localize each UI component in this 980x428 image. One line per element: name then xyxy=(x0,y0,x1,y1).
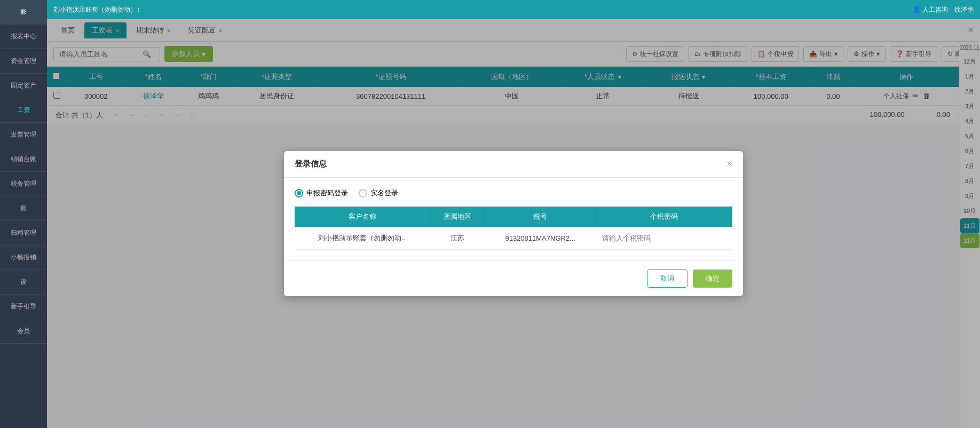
sidebar-item-账2[interactable]: 账 xyxy=(0,196,47,221)
dialog-col-client: 客户名称 xyxy=(295,207,430,227)
topbar: 刘小艳演示账套（勿删勿动）↑ 👤 人工咨询 徐泽华 xyxy=(47,0,980,19)
sidebar: 账 报表中心 资金管理 固定资产 工资 发票管理 销销台账 税务管理 账 归档管… xyxy=(0,0,47,428)
dialog-overlay: 登录信息 × 申报密码登录 实名登录 客户名称 所属 xyxy=(47,19,980,428)
login-info-dialog: 登录信息 × 申报密码登录 实名登录 客户名称 所属 xyxy=(284,151,743,296)
sidebar-item-资金管理[interactable]: 资金管理 xyxy=(0,49,47,74)
dialog-col-region: 所属地区 xyxy=(430,207,485,227)
dialog-col-tax-pwd: 个税密码 xyxy=(596,207,732,227)
dialog-footer: 取消 确定 xyxy=(284,260,743,296)
dialog-table: 客户名称 所属地区 税号 个税密码 刘小艳演示账套（勿删勿动... 江苏 913… xyxy=(295,207,732,250)
sidebar-item-工资[interactable]: 工资 xyxy=(0,98,47,123)
sidebar-item-销销台账[interactable]: 销销台账 xyxy=(0,147,47,172)
dialog-close-btn[interactable]: × xyxy=(726,158,732,170)
dialog-header: 登录信息 × xyxy=(284,151,743,178)
sidebar-item-设[interactable]: 设 xyxy=(0,270,47,295)
tax-password-input[interactable] xyxy=(602,234,726,242)
sidebar-item-小畅报销[interactable]: 小畅报销 xyxy=(0,245,47,270)
topbar-info: 刘小艳演示账套（勿删勿动）↑ xyxy=(53,5,911,14)
user-name: 徐泽华 xyxy=(954,5,974,14)
sidebar-item-税务管理[interactable]: 税务管理 xyxy=(0,172,47,196)
dialog-table-row: 刘小艳演示账套（勿删勿动... 江苏 91320811MA7NGR2... xyxy=(295,227,732,250)
sidebar-item-发票管理[interactable]: 发票管理 xyxy=(0,123,47,147)
login-type-radio-group: 申报密码登录 实名登录 xyxy=(295,188,732,198)
sidebar-item-报表中心[interactable]: 报表中心 xyxy=(0,25,47,49)
dialog-cell-client: 刘小艳演示账套（勿删勿动... xyxy=(295,227,430,250)
dialog-col-tax-id: 税号 xyxy=(485,207,596,227)
sidebar-item-归档管理[interactable]: 归档管理 xyxy=(0,221,47,245)
dialog-cell-tax-pwd[interactable] xyxy=(596,227,732,250)
cancel-button[interactable]: 取消 xyxy=(647,270,687,288)
sidebar-item-新手引导[interactable]: 新手引导 xyxy=(0,295,47,319)
radio-circle-unchecked xyxy=(359,189,367,197)
radio-circle-checked xyxy=(295,189,303,197)
sidebar-item-固定资产[interactable]: 固定资产 xyxy=(0,74,47,98)
radio-password-login[interactable]: 申报密码登录 xyxy=(295,188,348,198)
sidebar-item-会员[interactable]: 会员 xyxy=(0,319,47,344)
dialog-title: 登录信息 xyxy=(295,159,327,169)
human-consult[interactable]: 👤 人工咨询 xyxy=(913,5,948,14)
radio-realname-login[interactable]: 实名登录 xyxy=(359,188,398,198)
topbar-right: 👤 人工咨询 徐泽华 xyxy=(913,5,974,14)
dialog-cell-region: 江苏 xyxy=(430,227,485,250)
dialog-body: 申报密码登录 实名登录 客户名称 所属地区 税号 个税密码 xyxy=(284,178,743,260)
sidebar-item-账[interactable]: 账 xyxy=(0,0,47,25)
confirm-button[interactable]: 确定 xyxy=(693,270,732,288)
dialog-cell-tax-id: 91320811MA7NGR2... xyxy=(485,227,596,250)
